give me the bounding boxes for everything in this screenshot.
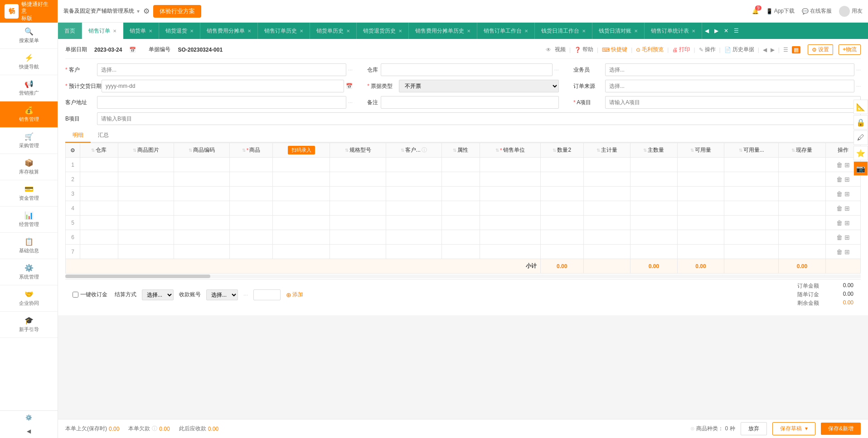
right-icon-4[interactable]: ⭐: [853, 146, 868, 160]
cell-customer-code[interactable]: [386, 172, 441, 187]
cell-product[interactable]: [230, 172, 273, 187]
cell-image[interactable]: [118, 245, 174, 259]
tab-sales-stats[interactable]: 销售订单统计表 ✕: [645, 23, 702, 39]
tab-workbench[interactable]: 销售订单工作台 ✕: [477, 23, 535, 39]
cell-spec[interactable]: [330, 201, 386, 216]
staff-input[interactable]: [605, 63, 854, 76]
sidebar-item-nav[interactable]: ⚡ 快捷导航: [0, 49, 58, 75]
copy-row-icon[interactable]: ⊞: [844, 248, 850, 255]
cell-unit[interactable]: [480, 230, 540, 245]
tab-daily-clear[interactable]: 钱货日清工作台 ✕: [535, 23, 592, 39]
cell-available[interactable]: [677, 158, 724, 172]
cell-customer-code[interactable]: [386, 216, 441, 230]
cell-image[interactable]: [118, 172, 174, 187]
cell-code[interactable]: [174, 201, 230, 216]
delete-row-icon[interactable]: 🗑: [836, 176, 843, 183]
a-project-input[interactable]: [605, 96, 861, 109]
horizontal-scrollbar[interactable]: [65, 274, 861, 278]
cell-spec[interactable]: [330, 158, 386, 172]
cell-available2[interactable]: [724, 172, 779, 187]
cell-attr[interactable]: [441, 245, 480, 259]
sidebar-item-purchase[interactable]: 🛒 采购管理: [0, 128, 58, 154]
cell-qty2[interactable]: [540, 245, 583, 259]
right-icon-1[interactable]: 📐: [853, 100, 868, 114]
tab-close-icon[interactable]: ✕: [346, 29, 350, 34]
delete-row-icon[interactable]: 🗑: [836, 205, 843, 212]
cell-qty2[interactable]: [540, 187, 583, 201]
cell-code[interactable]: [174, 216, 230, 230]
sidebar-item-guide[interactable]: 🎓 新手引导: [0, 312, 58, 338]
right-icon-3[interactable]: 🖊: [853, 130, 868, 145]
cell-stock[interactable]: [779, 230, 826, 245]
tab-close-icon[interactable]: ✕: [300, 29, 303, 34]
save-draft-btn[interactable]: 保存草稿 ▾: [772, 422, 815, 435]
tab-close-icon[interactable]: ✕: [398, 29, 402, 34]
cell-qty2[interactable]: [540, 172, 583, 187]
copy-row-icon[interactable]: ⊞: [844, 234, 850, 241]
copy-row-icon[interactable]: ⊞: [844, 205, 850, 212]
warehouse-dots-icon[interactable]: ···: [554, 67, 559, 73]
print-btn[interactable]: 🖨 打印: [672, 46, 690, 53]
cell-unit[interactable]: [480, 172, 540, 187]
cell-product[interactable]: [230, 245, 273, 259]
cell-customer-code[interactable]: [386, 158, 441, 172]
one-click-payment-checkbox[interactable]: [73, 292, 78, 298]
cell-spec[interactable]: [330, 216, 386, 230]
tab-close-icon[interactable]: ✕: [247, 29, 251, 34]
th-gear[interactable]: ⚙: [66, 143, 80, 158]
tab-close-icon[interactable]: ✕: [113, 29, 116, 34]
tab-return-hist[interactable]: 销货退货历史 ✕: [357, 23, 409, 39]
cell-available[interactable]: [677, 187, 724, 201]
right-icon-5[interactable]: 📷: [853, 161, 868, 176]
cell-available2[interactable]: [724, 158, 779, 172]
cell-warehouse[interactable]: [80, 230, 118, 245]
cell-main-qty[interactable]: [630, 216, 678, 230]
notification-bell[interactable]: 🔔 9: [752, 8, 759, 14]
cell-stock[interactable]: [779, 172, 826, 187]
list-view-icon[interactable]: ☰: [783, 47, 788, 53]
cell-main-unit[interactable]: [583, 187, 630, 201]
date-picker-icon[interactable]: 📅: [346, 83, 353, 89]
cell-product[interactable]: [230, 216, 273, 230]
copy-row-icon[interactable]: ⊞: [844, 161, 850, 168]
cell-image[interactable]: [118, 158, 174, 172]
sidebar-item-inventory[interactable]: 📦 库存核算: [0, 154, 58, 180]
cell-main-qty[interactable]: [630, 201, 678, 216]
cell-main-unit[interactable]: [583, 201, 630, 216]
tab-close-icon[interactable]: ✕: [582, 29, 586, 34]
tab-close-icon[interactable]: ✕: [634, 29, 638, 34]
cell-main-qty[interactable]: [630, 172, 678, 187]
sidebar-item-search[interactable]: 🔍 搜索菜单: [0, 23, 58, 49]
industry-btn[interactable]: 体验行业方案: [153, 5, 201, 18]
cell-stock[interactable]: [779, 216, 826, 230]
cell-attr[interactable]: [441, 172, 480, 187]
sidebar-item-base[interactable]: 📋 基础信息: [0, 233, 58, 259]
cell-code[interactable]: [174, 172, 230, 187]
cell-product[interactable]: [230, 201, 273, 216]
sidebar-settings-btn[interactable]: ⚙️: [0, 411, 58, 424]
payment-amount-input[interactable]: 0.00: [253, 289, 281, 300]
tab-detail[interactable]: 明细: [65, 129, 91, 143]
add-material-btn[interactable]: +物流: [839, 44, 861, 55]
help-btn[interactable]: ❓ 帮助: [574, 46, 593, 53]
cell-customer-code[interactable]: [386, 187, 441, 201]
card-view-icon[interactable]: ▦: [792, 46, 800, 53]
cell-qty2[interactable]: [540, 158, 583, 172]
cell-customer-code[interactable]: [386, 245, 441, 259]
app-download-btn[interactable]: 📱 App下载: [766, 7, 795, 15]
cell-main-unit[interactable]: [583, 230, 630, 245]
tab-sales-expense[interactable]: 销售费用分摊单 ✕: [200, 23, 258, 39]
cell-qty2[interactable]: [540, 201, 583, 216]
history-btn[interactable]: 📄 历史单据: [724, 46, 754, 53]
cell-available2[interactable]: [724, 230, 779, 245]
sidebar-item-system[interactable]: ⚙️ 系统管理: [0, 259, 58, 285]
delete-row-icon[interactable]: 🗑: [836, 190, 843, 197]
cell-warehouse[interactable]: [80, 245, 118, 259]
cell-code[interactable]: [174, 245, 230, 259]
cell-attr[interactable]: [441, 216, 480, 230]
sidebar-item-marketing[interactable]: 📢 营销推广: [0, 75, 58, 101]
sidebar-collapse-btn[interactable]: ◀: [0, 424, 58, 438]
cell-image[interactable]: [118, 216, 174, 230]
sidebar-item-collab[interactable]: 🤝 企业协同: [0, 285, 58, 312]
tab-close-icon[interactable]: ✕: [190, 29, 194, 34]
